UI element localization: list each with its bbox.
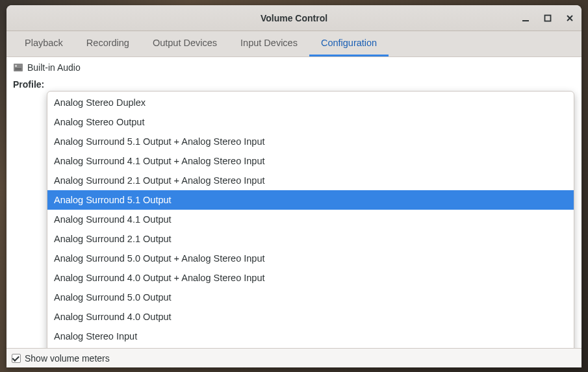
minimize-icon	[522, 14, 530, 22]
tab-output-devices[interactable]: Output Devices	[141, 31, 229, 56]
volume-control-window: Volume Control Playback Recording Output…	[6, 5, 582, 367]
footer: Show volume meters	[6, 348, 582, 367]
profile-option[interactable]: Analog Stereo Output	[47, 112, 574, 132]
profile-option[interactable]: Analog Stereo Input	[47, 327, 574, 346]
profile-row: Profile:	[13, 79, 575, 90]
profile-option[interactable]: Analog Surround 2.1 Output + Analog Ster…	[47, 171, 574, 190]
device-row: Built-in Audio	[13, 62, 575, 73]
profile-option[interactable]: Analog Surround 4.0 Output + Analog Ster…	[47, 268, 574, 288]
close-button[interactable]	[563, 12, 576, 25]
svg-rect-2	[14, 64, 23, 71]
tab-playback[interactable]: Playback	[13, 31, 75, 56]
profile-dropdown[interactable]: Analog Stereo Duplex Analog Stereo Outpu…	[47, 91, 574, 367]
tab-input-devices[interactable]: Input Devices	[229, 31, 309, 56]
maximize-icon	[544, 14, 552, 22]
profile-option[interactable]: Analog Stereo Duplex	[47, 93, 574, 112]
profile-option[interactable]: Analog Surround 2.1 Output	[47, 229, 574, 249]
svg-rect-3	[15, 65, 17, 67]
profile-option-selected[interactable]: Analog Surround 5.1 Output	[47, 190, 574, 210]
maximize-button[interactable]	[541, 12, 554, 25]
minimize-button[interactable]	[519, 12, 532, 25]
tab-configuration[interactable]: Configuration	[309, 31, 389, 56]
profile-option[interactable]: Analog Surround 4.1 Output + Analog Ster…	[47, 151, 574, 171]
svg-rect-5	[15, 69, 21, 70]
profile-label: Profile:	[13, 79, 44, 90]
show-volume-meters-checkbox[interactable]	[12, 354, 21, 363]
svg-rect-1	[545, 15, 551, 21]
content-area: Built-in Audio Profile: Analog Stereo Du…	[6, 57, 582, 367]
profile-option[interactable]: Analog Surround 5.0 Output	[47, 288, 574, 307]
profile-option[interactable]: Analog Surround 5.1 Output + Analog Ster…	[47, 132, 574, 151]
svg-rect-0	[522, 20, 529, 21]
titlebar[interactable]: Volume Control	[6, 5, 582, 31]
profile-option[interactable]: Analog Surround 4.0 Output	[47, 307, 574, 327]
tabbar: Playback Recording Output Devices Input …	[6, 31, 582, 57]
window-title: Volume Control	[261, 13, 327, 23]
svg-rect-4	[15, 68, 21, 69]
device-name: Built-in Audio	[27, 62, 81, 73]
audio-card-icon	[13, 62, 23, 73]
tab-recording[interactable]: Recording	[75, 31, 141, 56]
profile-option[interactable]: Analog Surround 5.0 Output + Analog Ster…	[47, 249, 574, 268]
close-icon	[566, 14, 574, 22]
show-volume-meters-label: Show volume meters	[25, 353, 110, 364]
profile-option[interactable]: Analog Surround 4.1 Output	[47, 210, 574, 229]
window-controls	[519, 5, 576, 31]
